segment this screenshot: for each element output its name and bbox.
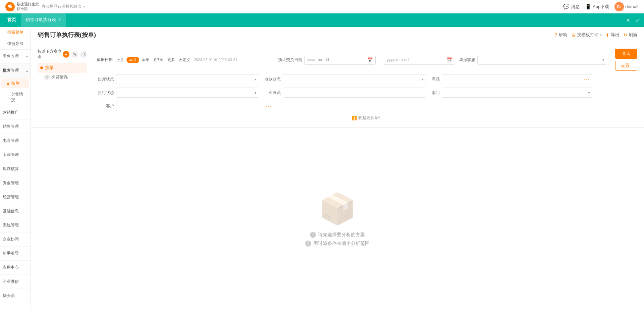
scheme-edit-btn[interactable]: ✎ xyxy=(71,51,78,58)
collapse-row: ⏫ 收起更多条件 xyxy=(97,112,637,122)
sidebar-item-system[interactable]: 系统管理 xyxy=(0,218,31,232)
salesperson-group: 业务员 ··· xyxy=(263,88,426,98)
sidebar-quick-nav[interactable]: 快捷导航 xyxy=(0,38,31,50)
content-area: 销售订单执行表(按单) ? 帮助 🖨 按模板打印 ▾ ⬆ 导出 ↻ 刷新 xyxy=(31,27,644,310)
exec-status-group: 执行状态 ▾ xyxy=(97,88,259,98)
print-template-btn[interactable]: 🖨 按模板打印 ▾ xyxy=(571,32,602,38)
collapse-btn[interactable]: ⏫ 收起更多条件 xyxy=(352,115,382,121)
receipt-status-label: 收款状态 xyxy=(263,76,281,82)
product-label: 商品 xyxy=(430,76,440,82)
debt-circle-icon: ○ xyxy=(7,95,9,100)
sidebar-item-ecommerce[interactable]: 电商管理 xyxy=(0,134,31,148)
sidebar-item-retail[interactable]: 零售管理 ▾ xyxy=(0,50,31,64)
top-bar: 畅 畅捷通好生意 标准版 办公用品行业模拟账套 ▾ 💬 消息 📱 App下载 E… xyxy=(0,0,644,13)
tab-expand-btn[interactable]: ⤢ xyxy=(634,16,641,25)
app-logo-icon: 畅 xyxy=(5,2,15,11)
salesperson-select[interactable]: ··· xyxy=(283,88,426,98)
sidebar-item-wechat[interactable]: 企业微信 xyxy=(0,275,31,289)
empty-illustration: 📦 xyxy=(319,191,356,226)
customer-select[interactable]: ··· xyxy=(116,101,275,111)
message-icon: 💬 xyxy=(563,4,570,10)
tab-home[interactable]: 首页 xyxy=(3,13,21,27)
receipt-status-group: 收款状态 ▾ xyxy=(263,74,426,84)
sidebar-search[interactable]: 搜索菜单 xyxy=(0,27,31,38)
sidebar-sub-item-order[interactable]: ● 按单 xyxy=(1,79,29,88)
product-dots-icon: ··· xyxy=(584,76,590,82)
filter-row-2: 出库状态 ▾ 收款状态 ▾ xyxy=(97,74,637,84)
date-label: 单据日期 xyxy=(97,57,113,63)
sidebar-item-operations[interactable]: 经营管理 xyxy=(0,190,31,204)
sidebar-item-enterprise[interactable]: 企业协同 xyxy=(0,232,31,247)
app-download-icon: 📱 xyxy=(585,4,591,10)
scheme-active-dot xyxy=(40,66,43,69)
refresh-icon: ↻ xyxy=(624,33,627,38)
sidebar-item-basic[interactable]: 基础信息 xyxy=(0,204,31,218)
date-tab-more[interactable]: 更多 xyxy=(166,57,176,63)
wholesale-expand-icon: ▴ xyxy=(26,69,28,72)
date-tab-7days[interactable]: 近7天 xyxy=(152,57,165,63)
out-status-group: 出库状态 ▾ xyxy=(97,74,259,84)
scheme-collapse-btn[interactable]: 《 xyxy=(80,51,87,58)
query-button[interactable]: 查询 xyxy=(615,49,637,59)
settings-button[interactable]: 设置 xyxy=(615,61,637,71)
sidebar-item-newbie[interactable]: 新手引导 xyxy=(0,247,31,261)
sidebar-sub-item-debt[interactable]: ○ 欠货情况 xyxy=(1,90,29,105)
filter-fields: 单据日期 上月 本月 本年 近7天 更多 自定义 2023-03-01 至 20… xyxy=(91,49,637,122)
sidebar-item-inventory[interactable]: 库存核算 xyxy=(0,162,31,176)
empty-state: 📦 1 请先选择要分析的方案 2 用过滤条件来缩小分析范围 xyxy=(31,128,644,310)
scheme-item-debt[interactable]: ○ 欠货情况 xyxy=(38,73,87,81)
scheme-sidebar: 按以下方案查询 + ✎ 《 按单 ○ 欠货情况 xyxy=(38,49,91,122)
product-group: 商品 ··· xyxy=(430,74,593,84)
date-tab-this-year[interactable]: 本年 xyxy=(140,57,151,63)
receipt-status-dropdown-icon: ▾ xyxy=(422,78,423,81)
order-dot-icon: ● xyxy=(7,81,9,86)
help-btn[interactable]: ? 帮助 xyxy=(554,32,567,38)
sidebar-item-purchase[interactable]: 采购管理 xyxy=(0,148,31,162)
exec-status-select[interactable]: ▾ xyxy=(116,88,259,98)
sidebar-item-finance[interactable]: 资金管理 xyxy=(0,176,31,190)
product-select[interactable]: ··· xyxy=(442,74,593,84)
customer-group: 客户 ··· xyxy=(97,101,275,111)
export-btn[interactable]: ⬆ 导出 xyxy=(606,32,620,38)
app-download-btn[interactable]: 📱 App下载 xyxy=(585,4,609,10)
exec-status-dropdown-icon: ▾ xyxy=(255,91,256,95)
app-logo-text: 畅捷通好生意 标准版 xyxy=(17,2,39,11)
sidebar-item-sales[interactable]: 销售管理 xyxy=(0,120,31,134)
sidebar-item-member[interactable]: 畅会员 xyxy=(0,289,31,303)
doc-status-dropdown-icon: ▾ xyxy=(602,58,604,62)
sidebar-item-appstore[interactable]: 应用中心 xyxy=(0,261,31,275)
tab-bar-actions: ✕ ⤢ xyxy=(625,13,641,27)
message-btn[interactable]: 💬 消息 xyxy=(563,4,580,10)
customer-label: 客户 xyxy=(97,103,114,109)
refresh-btn[interactable]: ↻ 刷新 xyxy=(624,32,637,38)
user-profile[interactable]: Ea demo2 xyxy=(614,2,639,11)
step2-num: 2 xyxy=(305,241,311,247)
top-bar-left: 畅 畅捷通好生意 标准版 办公用品行业模拟账套 ▾ xyxy=(5,2,85,11)
help-icon: ? xyxy=(554,32,557,38)
tab-sales-order[interactable]: 销售订单执行表 ✕ xyxy=(21,13,66,27)
expected-date-label: 预计交货日期 xyxy=(278,57,302,63)
receipt-status-select[interactable]: ▾ xyxy=(283,74,426,84)
sidebar-item-wholesale[interactable]: 批发管理 ▴ xyxy=(0,64,31,78)
department-select[interactable]: ▾ xyxy=(442,88,593,98)
expected-date-end[interactable]: yyyy-mm-dd 📅 xyxy=(384,55,455,65)
out-status-select[interactable]: ▾ xyxy=(116,74,259,84)
filter-row-3: 执行状态 ▾ 业务员 ··· xyxy=(97,88,637,98)
scheme-actions: + ✎ 《 xyxy=(63,51,87,58)
tab-bar: 首页 销售订单执行表 ✕ ✕ ⤢ xyxy=(0,13,644,27)
scheme-header: 按以下方案查询 + ✎ 《 xyxy=(38,49,87,60)
expected-date-start[interactable]: yyyy-mm-dd 📅 xyxy=(304,55,376,65)
date-tab-custom[interactable]: 自定义 xyxy=(177,57,192,63)
sidebar-item-marketing[interactable]: 营销推广 xyxy=(0,106,31,120)
breadcrumb[interactable]: 办公用品行业模拟账套 ▾ xyxy=(42,4,85,9)
scheme-add-btn[interactable]: + xyxy=(63,51,69,58)
date-tab-last-month[interactable]: 上月 xyxy=(115,57,125,63)
filter-panel: 按以下方案查询 + ✎ 《 按单 ○ 欠货情况 xyxy=(31,43,644,128)
filter-row-1: 单据日期 上月 本月 本年 近7天 更多 自定义 2023-03-01 至 20… xyxy=(97,49,637,71)
salesperson-dots-icon: ··· xyxy=(417,90,423,95)
tab-close-window-btn[interactable]: ✕ xyxy=(625,16,632,25)
scheme-item-order[interactable]: 按单 xyxy=(38,63,87,73)
date-tab-this-month[interactable]: 本月 xyxy=(126,57,139,63)
tab-close-btn[interactable]: ✕ xyxy=(58,17,61,22)
doc-status-select[interactable]: ▾ xyxy=(477,55,607,65)
